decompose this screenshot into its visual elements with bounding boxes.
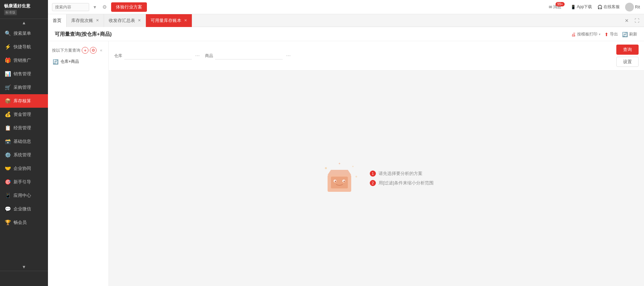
refresh-button[interactable]: 🔄 刷新 — [622, 31, 637, 37]
user-area[interactable]: Rit — [625, 3, 640, 11]
sales-icon: 📊 — [5, 71, 11, 77]
tab-stock-summary-close[interactable]: ✕ — [138, 19, 141, 22]
sidebar-item-sales[interactable]: 📊 销售管理 — [0, 67, 48, 81]
tab-available-stock-label: 可用量库存账本 — [151, 18, 181, 24]
svg-text:✦: ✦ — [338, 162, 341, 165]
sidebar-item-label: 快捷导航 — [14, 44, 31, 50]
step1-circle: 1 — [370, 171, 376, 177]
message-button[interactable]: ✉ 消息 99+ — [549, 4, 561, 10]
tab-expand-button[interactable]: ⛶ — [633, 16, 641, 25]
content-body: 按以下方案查询 + ⚙ « 🔄 仓库+商品 仓库 — [48, 41, 644, 286]
sidebar-item-search[interactable]: 🔍 搜索菜单 — [0, 27, 48, 40]
page-area: 可用量查询(按仓库+商品) 🖨 按模板打印 ▾ ⬆ 导出 🔄 刷新 — [48, 27, 644, 286]
sidebar-item-appstore[interactable]: 📱 应用中心 — [0, 189, 48, 202]
sidebar-item-base[interactable]: 🗃️ 基础信息 — [0, 135, 48, 148]
topbar-search-input[interactable] — [52, 3, 89, 11]
marketing-icon: 🎁 — [5, 57, 11, 63]
tab-batch-account[interactable]: 库存批次账 ✕ — [67, 14, 104, 27]
sidebar-item-label: 采购管理 — [14, 84, 31, 90]
service-icon: 🎧 — [597, 5, 602, 9]
app-download-button[interactable]: 📱 App下载 — [571, 4, 592, 10]
warehouse-filter: 仓库 ··· — [114, 52, 201, 59]
scheme-label: 仓库+商品 — [60, 59, 79, 64]
svg-point-8 — [355, 176, 357, 178]
sidebar-item-purchase[interactable]: 🛒 采购管理 — [0, 81, 48, 94]
version-badge: 标准版 — [4, 10, 17, 15]
scheme-warehouse-product[interactable]: 🔄 仓库+商品 — [48, 56, 108, 67]
page-title: 可用量查询(按仓库+商品) — [55, 31, 112, 37]
filter-panel-header: 按以下方案查询 + ⚙ « — [48, 45, 108, 56]
empty-text: 1 请先选择要分析的方案 2 用[过滤]条件来缩小分析范围 — [370, 171, 434, 186]
sidebar-item-finance[interactable]: 💰 资金管理 — [0, 108, 48, 121]
sidebar-menu: 🔍 搜索菜单 ⚡ 快捷导航 🎁 营销推广 📊 销售管理 🛒 采购管理 📦 库存核… — [0, 27, 48, 263]
scheme-icon: 🔄 — [53, 59, 58, 64]
system-icon: ⚙️ — [5, 152, 11, 158]
empty-illustration: ✦ — [319, 158, 360, 199]
trial-button[interactable]: 体验行业方案 — [111, 2, 147, 12]
enterprise-icon: 🤝 — [5, 165, 11, 172]
tab-home-label: 首页 — [53, 18, 61, 24]
refresh-label: 刷新 — [629, 31, 637, 37]
edit-scheme-button[interactable]: ⚙ — [90, 47, 97, 54]
sidebar-item-newbie[interactable]: 🎯 新手引导 — [0, 175, 48, 189]
add-scheme-button[interactable]: + — [82, 47, 88, 54]
sidebar-item-marketing[interactable]: 🎁 营销推广 — [0, 54, 48, 67]
sidebar-item-system[interactable]: ⚙️ 系统管理 — [0, 148, 48, 162]
topbar-gear-icon[interactable]: ⚙ — [101, 3, 108, 11]
query-button[interactable]: 查询 — [616, 45, 639, 55]
tab-home[interactable]: 首页 — [48, 14, 67, 27]
sidebar-item-label: 资金管理 — [14, 111, 31, 118]
online-service-button[interactable]: 🎧 在线客服 — [597, 4, 620, 10]
tab-batch-account-close[interactable]: ✕ — [96, 19, 99, 22]
sidebar-item-shortcut[interactable]: ⚡ 快捷导航 — [0, 40, 48, 54]
sidebar-scroll-up[interactable]: ▲ — [0, 19, 48, 27]
sidebar-logo: 畅康通好生意 标准版 — [0, 0, 48, 19]
print-dropdown-icon[interactable]: ▾ — [599, 32, 600, 36]
app-download-label: App下载 — [577, 4, 592, 10]
product-input[interactable] — [215, 52, 283, 59]
sidebar-item-label: 搜索菜单 — [14, 30, 31, 36]
sidebar-item-label: 库存核算 — [14, 98, 31, 104]
tab-stock-summary[interactable]: 收发存汇总表 ✕ — [104, 14, 146, 27]
settings-button[interactable]: 设置 — [616, 57, 639, 67]
sidebar-item-label: 系统管理 — [14, 152, 31, 158]
tab-available-stock[interactable]: 可用量库存账本 ✕ — [146, 14, 192, 27]
print-button[interactable]: 🖨 按模板打印 ▾ — [571, 31, 600, 37]
warehouse-more-icon[interactable]: ··· — [194, 53, 201, 59]
sidebar-item-label: 应用中心 — [14, 192, 31, 199]
sidebar-item-label: 企业微信 — [14, 206, 31, 212]
tab-stock-summary-label: 收发存汇总表 — [109, 18, 135, 24]
topbar-right: ✉ 消息 99+ 📱 App下载 🎧 在线客服 Rit — [549, 3, 640, 11]
export-button[interactable]: ⬆ 导出 — [604, 31, 618, 37]
main-area: ▾ ⚙ 体验行业方案 ✉ 消息 99+ 📱 App下载 🎧 在线客服 Rit — [48, 0, 644, 286]
tab-available-stock-close[interactable]: ✕ — [184, 19, 187, 22]
member-icon: 🏆 — [5, 219, 11, 226]
svg-point-4 — [335, 181, 336, 182]
sidebar-item-label: 经营管理 — [14, 125, 31, 131]
export-label: 导出 — [610, 31, 618, 37]
finance-icon: 💰 — [5, 111, 11, 118]
inventory-icon: 📦 — [5, 98, 11, 104]
sidebar-scroll-down[interactable]: ▼ — [0, 263, 48, 271]
empty-step2: 2 用[过滤]条件来缩小分析范围 — [370, 180, 434, 186]
page-header: 可用量查询(按仓库+商品) 🖨 按模板打印 ▾ ⬆ 导出 🔄 刷新 — [48, 27, 644, 41]
sidebar-item-label: 营销推广 — [14, 57, 31, 63]
topbar-dropdown-icon[interactable]: ▾ — [92, 3, 98, 11]
sidebar-item-wechat[interactable]: 💬 企业微信 — [0, 202, 48, 216]
sidebar-item-operation[interactable]: 📋 经营管理 — [0, 121, 48, 135]
sidebar-item-inventory[interactable]: 📦 库存核算 — [0, 94, 48, 108]
sidebar-item-enterprise[interactable]: 🤝 企业协同 — [0, 162, 48, 175]
sidebar-item-member[interactable]: 🏆 畅会员 — [0, 216, 48, 229]
shortcut-icon: ⚡ — [5, 44, 11, 50]
warehouse-label: 仓库 — [114, 53, 122, 59]
online-service-label: 在线客服 — [603, 4, 620, 10]
filter-panel: 按以下方案查询 + ⚙ « 🔄 仓库+商品 — [48, 41, 109, 286]
avatar — [625, 3, 634, 11]
product-more-icon[interactable]: ··· — [285, 53, 292, 59]
warehouse-input[interactable] — [124, 52, 192, 59]
tab-close-button[interactable]: ✕ — [622, 16, 631, 25]
collapse-panel-button[interactable]: « — [98, 47, 104, 54]
topbar: ▾ ⚙ 体验行业方案 ✉ 消息 99+ 📱 App下载 🎧 在线客服 Rit — [48, 0, 644, 14]
product-label: 商品 — [205, 53, 213, 59]
purchase-icon: 🛒 — [5, 84, 11, 90]
